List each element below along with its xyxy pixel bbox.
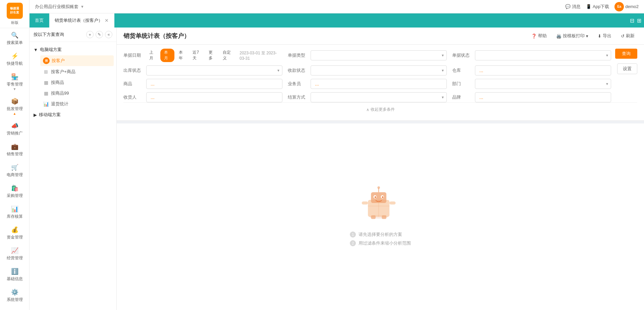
warehouse-dots[interactable]: ...	[478, 68, 485, 73]
scheme-item-by-product[interactable]: ▦ 按商品	[40, 78, 114, 88]
finance-icon: 💰	[11, 226, 18, 234]
date-btn-this-month[interactable]: 本月	[160, 49, 174, 62]
scheme-item-by-customer-product[interactable]: ⊞ 按客户+商品	[40, 67, 114, 77]
app-download-label: App下载	[593, 4, 609, 10]
message-btn[interactable]: 💬 消息	[565, 4, 581, 10]
industry-dropdown-icon[interactable]: ▾	[81, 4, 84, 9]
tab-close-icon[interactable]: ✕	[105, 18, 109, 23]
scheme-header: 按以下方案查询 + ✎ «	[30, 28, 116, 42]
sidebar-item-finance[interactable]: 💰 资金管理	[0, 223, 29, 244]
scheme-edit-btn[interactable]: ✎	[96, 31, 103, 38]
filter-item-salesperson: 业务员 ...	[288, 79, 447, 89]
step2-text: 用过滤条件来缩小分析范围	[359, 240, 411, 246]
export-btn[interactable]: ⬇ 导出	[595, 32, 614, 40]
department-input[interactable]: ▾	[475, 79, 611, 89]
out-status-chevron: ▾	[277, 68, 279, 73]
sidebar-item-wholesale[interactable]: 📦 批发管理 ▲	[0, 94, 29, 119]
warehouse-input[interactable]: ...	[475, 65, 611, 75]
sidebar-item-label: 零售管理	[7, 82, 23, 87]
scheme-item-return-stat[interactable]: 📊 退货统计	[40, 99, 114, 109]
filter-row-2: 出库状态 ▾ 收款状态 ▾	[123, 65, 611, 75]
marketing-icon: 📣	[11, 122, 18, 130]
collapse-up-icon: ∧	[366, 107, 369, 112]
category-label: 移动端方案	[39, 112, 61, 118]
empty-state: 1 请先选择要分析的方案 2 用过滤条件来缩小分析范围	[117, 123, 644, 310]
brand-dots[interactable]: ...	[478, 95, 485, 100]
category-arrow-down: ▼	[34, 47, 38, 52]
settings-btn[interactable]: 设置	[617, 63, 637, 74]
product-input[interactable]: ...	[146, 79, 282, 89]
sidebar-item-inventory[interactable]: 📊 库存核算	[0, 202, 29, 223]
scheme-category-mobile[interactable]: ▶ 移动端方案	[30, 110, 116, 120]
scheme-collapse-btn[interactable]: «	[105, 31, 112, 38]
minimize-icon[interactable]: ⊟	[630, 17, 634, 24]
system-icon: ⚙️	[11, 289, 18, 296]
date-btn-this-year[interactable]: 本年	[176, 49, 189, 62]
sidebar-item-quicknav[interactable]: ⚡ 快捷导航	[0, 49, 29, 70]
salesperson-label: 业务员	[288, 81, 308, 87]
scheme-item-by-product99[interactable]: ▦ 按商品99	[40, 88, 114, 98]
sidebar-item-operations[interactable]: 📈 经营管理	[0, 244, 29, 264]
retail-icon: 🏪	[11, 73, 18, 81]
sidebar-item-purchase[interactable]: 🛍️ 采购管理	[0, 181, 29, 202]
salesperson-input[interactable]: ...	[311, 79, 447, 89]
date-btn-custom[interactable]: 自定义	[220, 49, 236, 62]
scheme-panel: 按以下方案查询 + ✎ « ▼ 电脑端方案 按 按客户	[30, 28, 117, 310]
filter-item-brand: 品牌 ...	[452, 92, 611, 102]
sidebar-item-marketing[interactable]: 📣 营销推广	[0, 119, 29, 140]
date-btn-7days[interactable]: 近7天	[190, 49, 204, 62]
svg-point-6	[382, 196, 384, 198]
doc-type-input[interactable]: ▾	[311, 50, 447, 60]
payment-input[interactable]: ▾	[311, 92, 447, 102]
date-btn-more[interactable]: 更多	[206, 49, 218, 62]
category-arrow-right: ▶	[34, 112, 37, 117]
consignee-dots[interactable]: ...	[149, 95, 156, 100]
salesperson-dots[interactable]: ...	[314, 81, 320, 87]
warehouse-label: 仓库	[452, 67, 472, 73]
maximize-icon[interactable]: ⊞	[637, 17, 641, 24]
inventory-icon: 📊	[11, 205, 18, 213]
template-print-btn[interactable]: 🖨️ 按模板打印 ▾	[553, 32, 591, 40]
tab-sales-stat[interactable]: 销货单统计表（按客户） ✕	[49, 13, 114, 28]
scheme-item-by-customer[interactable]: 按 按客户	[40, 55, 114, 66]
content-area: 销货单统计表（按客户） ❓ 帮助 🖨️ 按模板打印 ▾ ⬇ 导出	[117, 28, 644, 310]
refresh-btn[interactable]: ↺ 刷新	[618, 32, 637, 40]
collapse-btn[interactable]: ∧ 收起更多条件	[364, 105, 397, 114]
topbar-left: 办公用品行业模拟账套 ▾	[35, 4, 84, 10]
scheme-add-btn[interactable]: +	[86, 31, 94, 38]
query-btn[interactable]: 查询	[615, 49, 637, 59]
app-download-btn[interactable]: 📱 App下载	[586, 4, 609, 10]
payment-label: 结算方式	[288, 94, 308, 100]
home-tab-label: 首页	[35, 17, 44, 23]
operations-icon: 📈	[11, 247, 18, 254]
wholesale-icon: 📦	[11, 98, 18, 105]
sidebar-item-basic[interactable]: ℹ️ 基础信息	[0, 264, 29, 285]
sidebar-item-enterprise[interactable]: 🤝 企业协同	[0, 306, 29, 310]
sidebar-item-label: 经营管理	[7, 255, 23, 261]
user-menu[interactable]: Ea demo2	[614, 2, 639, 11]
tab-home[interactable]: 首页	[30, 13, 49, 28]
sidebar-item-system[interactable]: ⚙️ 系统管理	[0, 285, 29, 306]
scheme-category-desktop[interactable]: ▼ 电脑端方案	[30, 45, 116, 55]
logo-icon: 畅捷通好生意	[7, 3, 23, 19]
consignee-input[interactable]: ...	[146, 92, 282, 102]
help-btn[interactable]: ❓ 帮助	[529, 32, 549, 40]
sidebar-item-search[interactable]: 🔍 搜索菜单	[0, 28, 29, 49]
out-status-label: 出库状态	[123, 67, 144, 73]
collapse-row: ∧ 收起更多条件	[123, 102, 637, 116]
date-btn-last-month[interactable]: 上月	[146, 49, 159, 62]
sales-icon: 💼	[11, 143, 18, 150]
receipt-status-input[interactable]: ▾	[311, 65, 447, 75]
tabbar: 首页 销货单统计表（按客户） ✕ ⊟ ⊞	[30, 13, 644, 28]
svg-rect-9	[362, 201, 368, 204]
brand-input[interactable]: ...	[475, 92, 611, 102]
sidebar-item-sales[interactable]: 💼 销售管理	[0, 140, 29, 160]
product-dots[interactable]: ...	[149, 81, 156, 87]
out-status-input[interactable]: ▾	[146, 65, 282, 75]
bar-icon: 📊	[43, 101, 49, 107]
sidebar-item-retail[interactable]: 🏪 零售管理 ▼	[0, 70, 29, 94]
brand-label: 品牌	[452, 94, 472, 100]
doc-status-input[interactable]: ▾	[475, 50, 611, 60]
filter-item-date: 单据日期 上月 本月 本年 近7天 更多 自定义	[123, 49, 282, 62]
sidebar-item-ecommerce[interactable]: 🛒 电商管理	[0, 160, 29, 181]
